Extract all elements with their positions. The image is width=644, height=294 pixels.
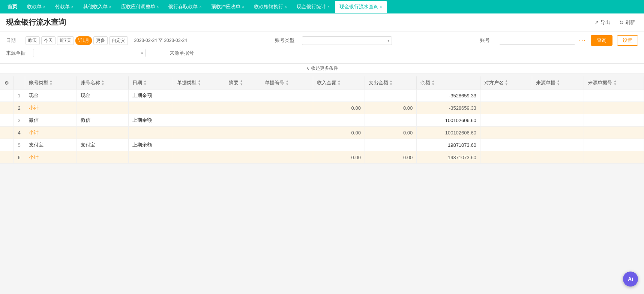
date-btn-more[interactable]: 更多	[93, 36, 108, 45]
nav-tab-collection-exec[interactable]: 收款核销执行 ×	[249, 1, 291, 13]
account-type-select[interactable]	[302, 36, 392, 45]
table-cell	[584, 151, 644, 164]
table-row: 2小计0.000.00-3528659.33	[0, 102, 644, 114]
column-date[interactable]: 日期 ▲▼	[129, 76, 173, 90]
table-cell	[480, 151, 532, 164]
data-table: ⚙ 账号类型 ▲▼ 账号名称 ▲▼ 日期	[0, 76, 644, 164]
nav-tab-cash-bank-stats[interactable]: 现金银行统计 ×	[292, 1, 334, 13]
table-header-row: ⚙ 账号类型 ▲▼ 账号名称 ▲▼ 日期	[0, 76, 644, 90]
nav-tab-advance-offset[interactable]: 预收冲应收单 ×	[207, 1, 249, 13]
nav-tab-bank-deposits[interactable]: 银行存取款单 ×	[164, 1, 206, 13]
close-icon[interactable]: ×	[157, 5, 159, 9]
nav-home[interactable]: 首页	[3, 1, 22, 13]
table-body: 1现金现金上期余额-3528659.332小计0.000.00-3528659.…	[0, 90, 644, 164]
nav-tab-adjustments[interactable]: 应收应付调整单 ×	[117, 1, 164, 13]
source-voucher-no-input[interactable]	[200, 49, 320, 57]
date-btn-custom[interactable]: 自定义	[109, 36, 128, 45]
account-dots-button[interactable]: ···	[579, 37, 586, 44]
close-icon[interactable]: ×	[242, 5, 244, 9]
table-cell: 1	[14, 90, 25, 102]
query-button[interactable]: 查询	[591, 35, 612, 46]
table-cell: 支付宝	[25, 139, 77, 151]
collapse-button[interactable]: ∧ 收起更多条件	[306, 65, 338, 72]
table-cell	[225, 139, 261, 151]
refresh-button[interactable]: ↻ 刷新	[616, 18, 638, 27]
table-cell: -3528659.33	[417, 102, 480, 114]
table-cell: 2	[14, 102, 25, 114]
table-cell: 0.00	[365, 127, 416, 139]
close-icon[interactable]: ×	[109, 5, 111, 9]
export-button[interactable]: ↗ 导出	[591, 18, 613, 27]
sort-icon: ▲▼	[613, 79, 617, 86]
source-voucher-select-wrapper: ▾	[33, 49, 146, 57]
date-btn-1month[interactable]: 近1月	[75, 36, 92, 45]
close-icon[interactable]: ×	[199, 5, 201, 9]
table-cell	[584, 114, 644, 127]
column-voucher-type[interactable]: 单据类型 ▲▼	[173, 76, 225, 90]
table-cell: 现金	[77, 90, 128, 102]
sort-icon: ▲▼	[557, 79, 560, 86]
column-voucher-no[interactable]: 单据编号 ▲▼	[261, 76, 313, 90]
table-cell	[261, 102, 313, 114]
table-cell	[129, 127, 173, 139]
table-cell	[480, 139, 532, 151]
column-income[interactable]: 收入金额 ▲▼	[313, 76, 365, 90]
data-table-container: ⚙ 账号类型 ▲▼ 账号名称 ▲▼ 日期	[0, 76, 644, 164]
table-cell	[225, 102, 261, 114]
nav-tab-receipts[interactable]: 收款单 ×	[23, 1, 50, 13]
table-cell	[261, 90, 313, 102]
date-btn-7days[interactable]: 近7天	[57, 36, 74, 45]
date-btn-yesterday[interactable]: 昨天	[26, 36, 40, 45]
close-icon[interactable]: ×	[380, 5, 382, 9]
table-cell	[173, 102, 225, 114]
table-cell	[313, 114, 365, 127]
close-icon[interactable]: ×	[43, 5, 45, 9]
column-summary[interactable]: 摘要 ▲▼	[225, 76, 261, 90]
table-cell: 5	[14, 139, 25, 151]
table-cell: 3	[14, 114, 25, 127]
table-row: 4小计0.000.00100102606.60	[0, 127, 644, 139]
column-counterparty[interactable]: 对方户名 ▲▼	[480, 76, 532, 90]
column-expense[interactable]: 支出金额 ▲▼	[365, 76, 416, 90]
table-cell	[261, 139, 313, 151]
close-icon[interactable]: ×	[327, 5, 330, 9]
table-cell	[0, 102, 14, 114]
table-cell: 小计	[25, 102, 77, 114]
column-account-type[interactable]: 账号类型 ▲▼	[25, 76, 77, 90]
column-gear[interactable]: ⚙	[0, 76, 14, 90]
table-cell	[173, 127, 225, 139]
account-input[interactable]	[500, 36, 575, 45]
table-cell: 100102606.60	[417, 127, 480, 139]
column-source-voucher[interactable]: 来源单据 ▲▼	[532, 76, 584, 90]
gear-icon: ⚙	[5, 80, 9, 86]
table-cell: 上期余额	[129, 90, 173, 102]
table-cell	[480, 127, 532, 139]
settings-button[interactable]: 设置	[617, 35, 638, 46]
table-cell: 0.00	[365, 151, 416, 164]
nav-tab-cash-bank-flow[interactable]: 现金银行流水查询 ×	[335, 1, 387, 13]
page-title: 现金银行流水查询	[6, 17, 66, 27]
table-cell	[365, 114, 416, 127]
table-cell	[0, 151, 14, 164]
table-cell: 小计	[25, 151, 77, 164]
table-cell	[173, 139, 225, 151]
table-cell	[532, 139, 584, 151]
table-cell	[173, 114, 225, 127]
column-balance[interactable]: 余额 ▲▼	[417, 76, 480, 90]
date-btn-today[interactable]: 今天	[41, 36, 56, 45]
table-cell	[584, 139, 644, 151]
source-voucher-select[interactable]	[33, 49, 146, 57]
table-cell: 0.00	[313, 102, 365, 114]
column-source-voucher-no[interactable]: 来源单据号 ▲▼	[584, 76, 644, 90]
nav-tab-payments[interactable]: 付款单 ×	[51, 1, 78, 13]
close-icon[interactable]: ×	[71, 5, 74, 9]
nav-tab-other-income[interactable]: 其他收入单 ×	[79, 1, 116, 13]
table-cell	[313, 139, 365, 151]
column-account-name[interactable]: 账号名称 ▲▼	[77, 76, 128, 90]
table-cell: 0.00	[313, 151, 365, 164]
close-icon[interactable]: ×	[285, 5, 287, 9]
table-cell: 微信	[25, 114, 77, 127]
table-cell	[532, 114, 584, 127]
table-cell: 小计	[25, 127, 77, 139]
table-cell: 19871073.60	[417, 151, 480, 164]
